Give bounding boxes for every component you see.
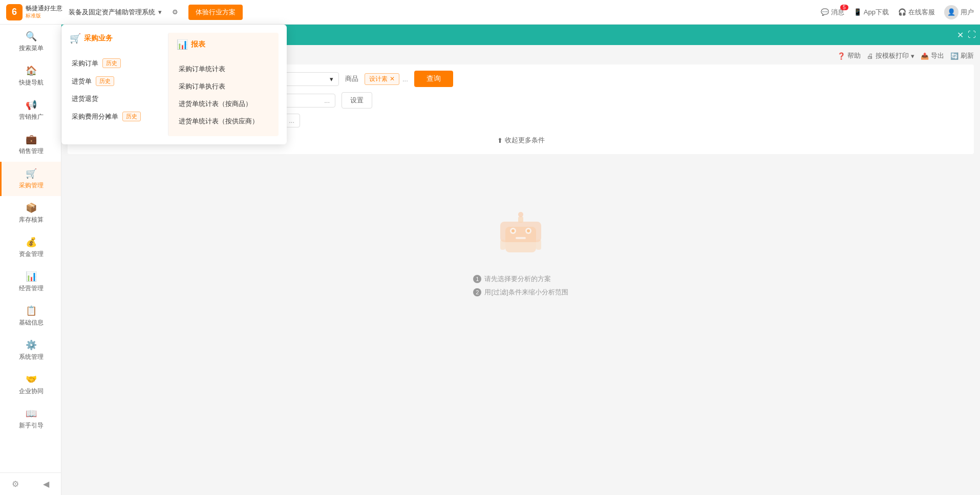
- user-avatar: 👤: [944, 5, 958, 19]
- sidebar-item-marketing[interactable]: 📢 营销推广: [0, 93, 61, 127]
- sidebar-item-search[interactable]: 🔍 搜索菜单: [0, 25, 61, 59]
- tab-close-window-button[interactable]: ✕: [957, 30, 964, 40]
- top-right-area: 💬 消息 5 📱 App下载 🎧 在线客服 👤 用户: [821, 5, 974, 19]
- chart-icon: 📊: [26, 271, 37, 282]
- gear-button[interactable]: ⚙: [168, 5, 182, 19]
- empty-state: 1 请先选择要分析的方案 2 用[过滤]条件来缩小分析范围: [68, 160, 974, 340]
- sidebar-item-inventory[interactable]: 📦 库存核算: [0, 196, 61, 230]
- sidebar-item-system[interactable]: ⚙️ 系统管理: [0, 333, 61, 368]
- phone-icon: 📱: [854, 8, 862, 16]
- app-download-button[interactable]: 📱 App下载: [854, 8, 889, 17]
- handshake-icon: 🤝: [26, 374, 37, 385]
- refresh-icon: 🔄: [950, 52, 958, 60]
- salesperson-dots: ...: [324, 97, 330, 104]
- query-button[interactable]: 查询: [414, 71, 453, 87]
- goods-dots[interactable]: ...: [402, 75, 408, 83]
- svg-rect-9: [500, 240, 505, 250]
- svg-rect-10: [536, 240, 541, 250]
- hint-item-1: 1 请先选择要分析的方案: [473, 272, 568, 286]
- industry-button[interactable]: 体验行业方案: [188, 5, 243, 20]
- system-title: 装备及固定资产辅助管理系统 ▾: [69, 8, 162, 17]
- history-badge-3: 历史: [122, 112, 141, 121]
- online-service-button[interactable]: 🎧 在线客服: [898, 8, 935, 17]
- sidebar-item-cooperation[interactable]: 🤝 企业协同: [0, 368, 61, 402]
- tab-actions: ✕ ⛶: [957, 30, 976, 40]
- menu-item-incoming[interactable]: 进货单 历史: [70, 72, 164, 90]
- help-icon: ❓: [837, 52, 845, 60]
- print-dropdown-icon[interactable]: ▾: [911, 52, 914, 60]
- purchase-section-icon: 🛒: [70, 33, 81, 44]
- goods-tag[interactable]: 设计素 ✕: [365, 73, 399, 85]
- svg-point-8: [518, 212, 523, 217]
- purchase-menu-section: 🛒 采购业务 采购订单 历史 进货单 历史 进货退货 采购费用分摊单 历史: [70, 33, 164, 136]
- sidebar-item-finance[interactable]: 💰 资金管理: [0, 230, 61, 265]
- hint-item-2: 2 用[过滤]条件来缩小分析范围: [473, 286, 568, 299]
- print-button[interactable]: 🖨 按模板打印 ▾: [867, 51, 914, 60]
- clipboard-icon: 📋: [26, 305, 37, 316]
- sidebar-item-quick[interactable]: 🏠 快捷导航: [0, 59, 61, 93]
- print-icon: 🖨: [867, 52, 874, 60]
- user-menu-button[interactable]: 👤 用户: [944, 5, 974, 19]
- home-icon: 🏠: [26, 65, 37, 76]
- message-button[interactable]: 💬 消息 5: [821, 8, 844, 17]
- goods-tag-close[interactable]: ✕: [390, 75, 395, 82]
- report-menu-section: 📊 报表 采购订单统计表 采购订单执行表 进货单统计表（按商品） 进货单统计表（…: [168, 33, 279, 136]
- history-badge-1: 历史: [96, 76, 114, 86]
- menu-item-purchase-order[interactable]: 采购订单 历史: [70, 54, 164, 72]
- svg-point-4: [512, 229, 515, 232]
- sidebar-item-basic[interactable]: 📋 基础信息: [0, 299, 61, 333]
- logo-icon: 6: [6, 4, 23, 20]
- sidebar: 🔍 搜索菜单 🏠 快捷导航 📢 营销推广 💼 销售管理 🛒 采购管理 📦 库存核…: [0, 25, 61, 495]
- cart-icon: 🛒: [26, 168, 37, 179]
- sidebar-collapse-button[interactable]: ◀: [43, 479, 49, 489]
- sidebar-item-newbie[interactable]: 📖 新手引导: [0, 402, 61, 436]
- empty-hints: 1 请先选择要分析的方案 2 用[过滤]条件来缩小分析范围: [473, 272, 568, 299]
- svg-rect-6: [516, 237, 526, 239]
- headset-icon: 🎧: [898, 8, 906, 16]
- tab-maximize-button[interactable]: ⛶: [968, 30, 976, 40]
- svg-rect-7: [518, 217, 523, 223]
- goods-label: 商品: [345, 74, 358, 83]
- export-button[interactable]: 📤 导出: [921, 51, 944, 60]
- menu-item-expense[interactable]: 采购费用分摊单 历史: [70, 107, 164, 125]
- money-icon: 💰: [26, 236, 37, 248]
- menu-item-incoming-by-supplier[interactable]: 进货单统计表（按供应商）: [177, 113, 271, 130]
- report-section-icon: 📊: [177, 39, 188, 50]
- purchase-section-title: 🛒 采购业务: [70, 33, 164, 48]
- box-icon: 📦: [26, 202, 37, 213]
- sidebar-item-purchase[interactable]: 🛒 采购管理: [0, 162, 61, 196]
- empty-illustration: [490, 201, 551, 264]
- sidebar-item-operation[interactable]: 📊 经营管理: [0, 265, 61, 299]
- goods-filter: 设计素 ✕ ...: [365, 73, 408, 85]
- menu-item-return[interactable]: 进货退货: [70, 90, 164, 107]
- svg-point-5: [527, 229, 530, 232]
- logo-badge: 标准版: [26, 12, 62, 19]
- message-badge: 5: [840, 5, 848, 10]
- logo-area: 6 畅捷通好生意 标准版: [6, 4, 62, 20]
- refresh-button[interactable]: 🔄 刷新: [950, 51, 974, 60]
- menu-item-purchase-order-stats[interactable]: 采购订单统计表: [177, 60, 271, 78]
- set-button[interactable]: 设置: [342, 92, 372, 109]
- help-button[interactable]: ❓ 帮助: [837, 51, 861, 60]
- menu-item-incoming-by-goods[interactable]: 进货单统计表（按商品）: [177, 95, 271, 113]
- customer-dots: ...: [289, 117, 294, 124]
- sidebar-bottom: ⚙ ◀: [0, 472, 61, 495]
- report-section-title: 📊 报表: [177, 39, 271, 54]
- sidebar-settings-button[interactable]: ⚙: [12, 479, 19, 489]
- collapse-up-icon: ⬆: [497, 137, 503, 144]
- megaphone-icon: 📢: [26, 99, 37, 111]
- export-icon: 📤: [921, 52, 929, 60]
- system-dropdown-icon[interactable]: ▾: [158, 8, 162, 16]
- gear-sidebar-icon: ⚙️: [26, 339, 37, 351]
- history-badge-0: 历史: [102, 58, 121, 68]
- top-bar: 6 畅捷通好生意 标准版 装备及固定资产辅助管理系统 ▾ ⚙ 体验行业方案 💬 …: [0, 0, 980, 25]
- book-icon: 📖: [26, 408, 37, 419]
- purchase-dropdown-menu: 🛒 采购业务 采购订单 历史 进货单 历史 进货退货 采购费用分摊单 历史 📊 …: [61, 25, 287, 144]
- logo-text: 畅捷通好生意: [26, 5, 62, 13]
- message-icon: 💬: [821, 8, 829, 16]
- briefcase-icon: 💼: [26, 134, 37, 145]
- sidebar-item-sales[interactable]: 💼 销售管理: [0, 127, 61, 162]
- search-icon: 🔍: [26, 31, 37, 42]
- menu-item-purchase-order-exec[interactable]: 采购订单执行表: [177, 78, 271, 95]
